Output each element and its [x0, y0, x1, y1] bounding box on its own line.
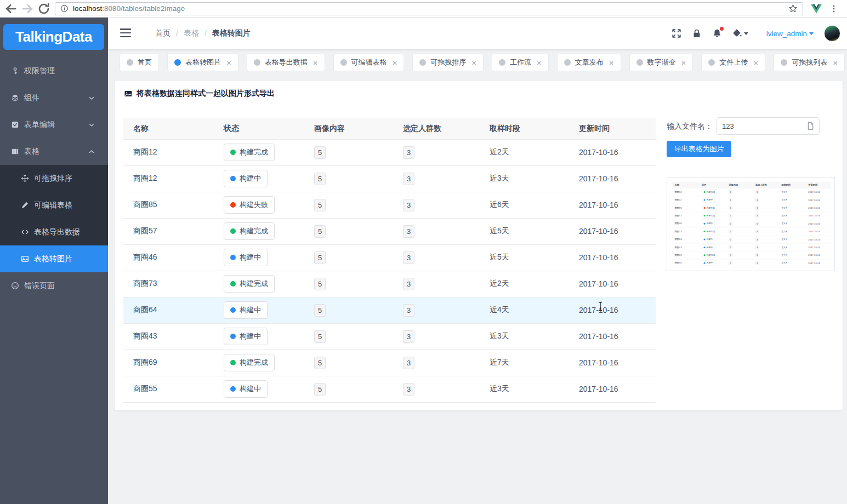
- card-title-text: 将表格数据连同样式一起以图片形式导出: [137, 89, 275, 99]
- image-icon: [21, 255, 29, 263]
- status-text: 构建完成: [240, 279, 268, 289]
- cell-people: 3: [753, 204, 778, 211]
- table-row[interactable]: 商圈57构建完成53近5天2017-10-16: [123, 218, 656, 244]
- tab-close-icon[interactable]: ×: [681, 59, 686, 67]
- status-badge[interactable]: 构建中: [224, 380, 268, 398]
- tab-close-icon[interactable]: ×: [226, 59, 231, 67]
- browser-back-button[interactable]: [4, 2, 18, 15]
- tab-close-icon[interactable]: ×: [393, 59, 397, 67]
- vue-devtools-icon[interactable]: [811, 4, 822, 14]
- status-text: 构建中: [707, 246, 713, 249]
- filename-input[interactable]: [717, 117, 820, 135]
- cell-name: 商圈12: [123, 165, 214, 192]
- tab-state-dot-icon: [174, 59, 181, 66]
- lock-icon[interactable]: [692, 28, 702, 38]
- sidebar-item-tables[interactable]: 表格: [0, 138, 108, 165]
- app-logo[interactable]: TalkingData: [3, 24, 104, 50]
- breadcrumb-tables[interactable]: 表格: [184, 28, 199, 38]
- bookmark-star-icon[interactable]: [788, 4, 798, 13]
- address-bar[interactable]: localhost:8080/tables/table2image: [55, 2, 803, 15]
- table-row: 商圈57构建完成53近5天2017-10-16: [672, 212, 831, 220]
- cell-name: 商圈73: [123, 271, 214, 297]
- status-badge[interactable]: 构建完成: [224, 275, 275, 293]
- page-info-icon[interactable]: [60, 4, 69, 13]
- tab-close-icon[interactable]: ×: [609, 59, 614, 67]
- sidebar-item-editable-table[interactable]: 可编辑表格: [0, 192, 108, 219]
- tab-数字渐变[interactable]: 数字渐变×: [629, 54, 693, 71]
- people-count-box: 3: [403, 330, 414, 343]
- table-row: 商圈55构建中53近3天2017-10-16: [672, 259, 831, 267]
- chevron-up-icon: [88, 148, 95, 155]
- tab-close-icon[interactable]: ×: [471, 59, 476, 67]
- cell-status: 构建中: [214, 297, 304, 323]
- people-count-box: 3: [755, 206, 759, 210]
- cell-period: 近2天: [778, 227, 805, 235]
- bell-icon[interactable]: [712, 28, 722, 38]
- status-dot-icon: [704, 262, 706, 264]
- status-badge[interactable]: 构建中: [224, 328, 268, 345]
- avatar[interactable]: [824, 25, 840, 42]
- sidebar-item-components[interactable]: 组件: [0, 84, 108, 111]
- status-badge[interactable]: 构建完成: [224, 144, 275, 161]
- tab-close-icon[interactable]: ×: [313, 59, 318, 67]
- status-badge[interactable]: 构建中: [224, 170, 268, 187]
- tab-可编辑表格[interactable]: 可编辑表格×: [333, 54, 405, 71]
- table-row[interactable]: 商圈73构建完成53近2天2017-10-16: [123, 271, 656, 297]
- sidebar-item-permissions[interactable]: 权限管理: [0, 58, 108, 84]
- cell-updated: 2017-10-16: [805, 188, 831, 196]
- cell-people: 3: [393, 323, 480, 350]
- sidebar-item-error-pages[interactable]: 错误页面: [0, 272, 108, 299]
- table-row[interactable]: 商圈55构建中53近3天2017-10-16: [123, 376, 656, 402]
- sidebar-item-table-to-image[interactable]: 表格转图片: [0, 245, 108, 272]
- browser-menu-icon[interactable]: [829, 4, 838, 13]
- user-menu[interactable]: iview_admin: [766, 30, 814, 38]
- tab-工作流[interactable]: 工作流×: [492, 54, 549, 71]
- sidebar-item-export-data[interactable]: 表格导出数据: [0, 219, 108, 245]
- tab-可拖拽列表[interactable]: 可拖拽列表×: [774, 54, 845, 71]
- sidebar-toggle-button[interactable]: [120, 28, 131, 37]
- sidebar-item-drag-sort[interactable]: 可拖拽排序: [0, 165, 108, 192]
- portrait-count-box: 5: [314, 251, 326, 264]
- cell-updated: 2017-10-16: [569, 218, 656, 244]
- cell-people: 3: [393, 139, 480, 165]
- fullscreen-icon[interactable]: [672, 28, 681, 38]
- table-row[interactable]: 商圈43构建中53近3天2017-10-16: [123, 323, 656, 350]
- tab-文章发布[interactable]: 文章发布×: [557, 54, 621, 71]
- status-badge[interactable]: 构建失败: [224, 196, 275, 214]
- cell-name: 商圈64: [672, 236, 699, 243]
- table-row[interactable]: 商圈85构建失败53近6天2017-10-16: [123, 192, 656, 218]
- status-badge[interactable]: 构建中: [224, 301, 268, 319]
- export-image-button[interactable]: 导出表格为图片: [667, 141, 731, 157]
- portrait-count-box: 5: [729, 238, 732, 242]
- table-row[interactable]: 商圈12构建完成53近2天2017-10-16: [123, 139, 656, 165]
- pencil-icon: [21, 201, 29, 209]
- tab-文件上传[interactable]: 文件上传×: [701, 54, 765, 71]
- cell-name: 商圈64: [123, 297, 214, 323]
- breadcrumb-home[interactable]: 首页: [155, 28, 170, 38]
- browser-refresh-button[interactable]: [37, 2, 50, 15]
- tab-可拖拽排序[interactable]: 可拖拽排序×: [412, 54, 484, 71]
- sidebar-item-form-edit[interactable]: 表单编辑: [0, 111, 108, 138]
- status-badge[interactable]: 构建中: [224, 249, 268, 266]
- portrait-count-box: 5: [314, 199, 326, 211]
- tab-close-icon[interactable]: ×: [537, 59, 542, 67]
- status-badge[interactable]: 构建完成: [224, 222, 275, 240]
- status-badge[interactable]: 构建完成: [224, 354, 275, 371]
- tab-表格转图片[interactable]: 表格转图片×: [167, 54, 238, 71]
- tab-首页[interactable]: 首页: [120, 54, 159, 71]
- tab-表格导出数据[interactable]: 表格导出数据×: [247, 54, 325, 71]
- tab-close-icon[interactable]: ×: [753, 59, 758, 67]
- table-row[interactable]: 商圈46构建中53近5天2017-10-16: [123, 244, 656, 271]
- browser-forward-button[interactable]: [21, 2, 34, 15]
- table-row[interactable]: 商圈69构建完成53近7天2017-10-16: [123, 350, 656, 376]
- cell-portrait: 5: [726, 251, 753, 259]
- table-row[interactable]: 商圈64构建中53近4天2017-10-16: [123, 297, 656, 323]
- cell-people: 3: [753, 212, 778, 220]
- tab-close-icon[interactable]: ×: [833, 59, 838, 67]
- cell-portrait: 5: [304, 350, 393, 376]
- cell-status: 构建失败: [214, 192, 304, 218]
- table-row[interactable]: 商圈12构建中53近3天2017-10-16: [123, 165, 656, 192]
- sidebar-item-label: 组件: [24, 93, 39, 103]
- theme-switcher[interactable]: [732, 28, 748, 38]
- status-dot-icon: [230, 360, 236, 365]
